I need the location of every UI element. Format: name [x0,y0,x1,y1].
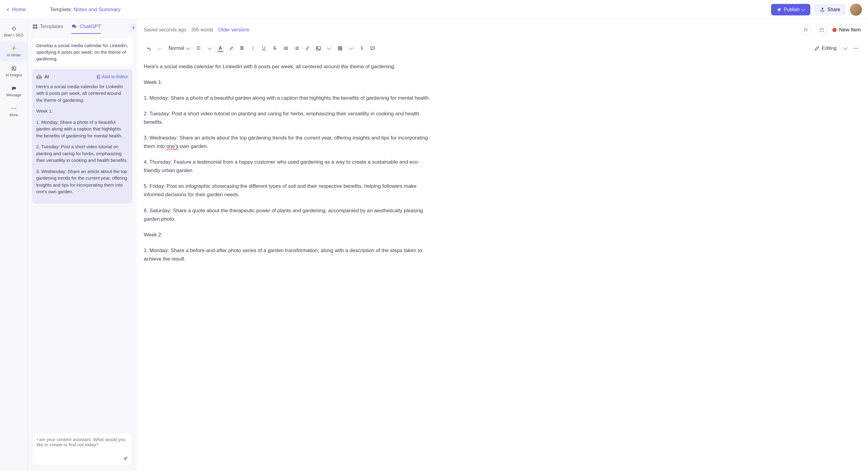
chevron-down-icon [327,45,331,50]
user-avatar[interactable] [850,4,862,16]
comment-icon [370,46,375,51]
new-item-status[interactable]: New Item [832,27,861,33]
rail-more[interactable]: More [0,101,28,121]
editor-content[interactable]: Here's a social media calendar for Linke… [136,57,438,471]
comment-button[interactable] [368,43,377,53]
svg-rect-14 [285,47,288,48]
align-button[interactable] [194,43,204,53]
image-icon [316,46,321,51]
comments-icon [71,24,77,29]
panel-tabs: Templates ChatGPT [28,19,136,34]
chat-body: Develop a social media calendar for Link… [28,34,136,432]
template-label: Template: Notes and Summary [50,7,120,13]
image-dropdown[interactable] [324,43,334,53]
editing-mode-select[interactable]: Editing [814,45,847,51]
table-dropdown[interactable] [346,43,356,53]
align-dropdown[interactable] [205,43,214,53]
share-button[interactable]: Share [814,4,846,15]
align-left-icon [196,46,201,50]
tab-chatgpt[interactable]: ChatGPT [71,24,101,34]
top-bar: Home Template: Notes and Summary Publish… [0,0,868,19]
home-link[interactable]: Home [6,7,26,13]
clear-format-button[interactable] [357,43,367,53]
editor-header: Saved seconds ago 305 words Older versio… [136,19,868,40]
template-name[interactable]: Notes and Summary [74,7,121,12]
rail-ai-writer[interactable]: AI Writer [0,42,28,62]
paper-plane-icon [123,456,128,461]
svg-point-0 [12,27,16,30]
send-button[interactable] [123,456,128,463]
text-color-button[interactable]: A [216,43,225,53]
bolt-icon [11,46,17,51]
paragraph-style-select[interactable]: Normal [165,45,193,51]
editor-paragraph: 5. Friday: Post an infographic showcasin… [144,182,431,199]
highlight-button[interactable] [226,43,236,53]
word-count: 305 words [191,27,214,33]
top-actions: Publish Share [771,4,862,16]
user-message: Develop a social media calendar for Link… [32,38,132,66]
ai-message: 🤖 AI Add to Editor Here's a social media… [32,69,132,204]
publish-button[interactable]: Publish [771,4,810,15]
more-button[interactable] [851,43,861,53]
chevron-down-icon [801,7,805,11]
editor-paragraph: 1. Monday: Share a photo of a beautiful … [144,94,431,102]
strikethrough-icon: S [273,45,276,51]
chevron-left-icon [6,7,10,12]
undo-button[interactable] [144,43,153,53]
bold-icon: B [240,45,244,51]
svg-point-15 [284,48,284,49]
bold-button[interactable]: B [238,43,247,53]
svg-rect-20 [296,47,299,48]
redo-button[interactable] [155,43,164,53]
svg-rect-8 [33,27,35,29]
dots-icon [854,48,858,49]
svg-point-5 [15,108,16,109]
save-status: Saved seconds ago [144,27,186,33]
add-collaborator-button[interactable] [801,25,811,35]
redo-icon [157,46,162,51]
bullet-list-button[interactable] [281,43,290,53]
collapse-panel-button[interactable] [130,24,136,32]
italic-icon: I [252,45,253,51]
svg-text:3: 3 [294,49,296,50]
editor-paragraph: 4. Thursday: Feature a testimonial from … [144,158,431,175]
clear-format-icon [360,46,364,51]
upload-icon [820,7,825,12]
underline-button[interactable]: U [259,43,269,53]
numbered-list-button[interactable]: 123 [292,43,302,53]
table-button[interactable] [335,43,345,53]
add-to-editor-button[interactable]: Add to Editor [96,73,128,80]
numbered-list-icon: 123 [294,46,299,50]
rail-brief-seo[interactable]: Brief + SEO [0,22,28,42]
chevron-down-icon [348,45,353,50]
schedule-button[interactable] [817,25,827,35]
ai-content: Here's a social media calendar for Linke… [36,83,128,195]
status-dot-icon [832,28,837,32]
chat-input-wrap [28,432,136,471]
link-button[interactable] [303,43,312,53]
rail-ai-images[interactable]: AI Images [0,62,28,82]
editor-paragraph: Here's a social media calendar for Linke… [144,63,431,71]
italic-button[interactable]: I [248,43,258,53]
header-right: New Item [801,25,861,35]
svg-point-2 [13,68,13,68]
user-plus-icon [804,28,808,32]
editor-area: Saved seconds ago 305 words Older versio… [136,19,868,471]
dots-icon [11,106,17,111]
svg-rect-18 [285,49,288,50]
pencil-icon [814,46,819,51]
svg-point-30 [858,48,858,49]
chevron-down-icon [207,45,211,50]
rail-message[interactable]: Message [0,82,28,101]
svg-rect-24 [296,49,299,50]
chat-input[interactable] [32,432,132,466]
svg-point-13 [284,47,284,48]
chevron-left-icon [132,26,135,29]
strikethrough-button[interactable]: S [270,43,280,53]
svg-point-17 [284,49,284,50]
target-icon [11,26,17,31]
tab-templates[interactable]: Templates [33,24,63,34]
svg-rect-12 [820,28,824,32]
older-versions-link[interactable]: Older versions [218,27,249,33]
image-button[interactable] [313,43,323,53]
